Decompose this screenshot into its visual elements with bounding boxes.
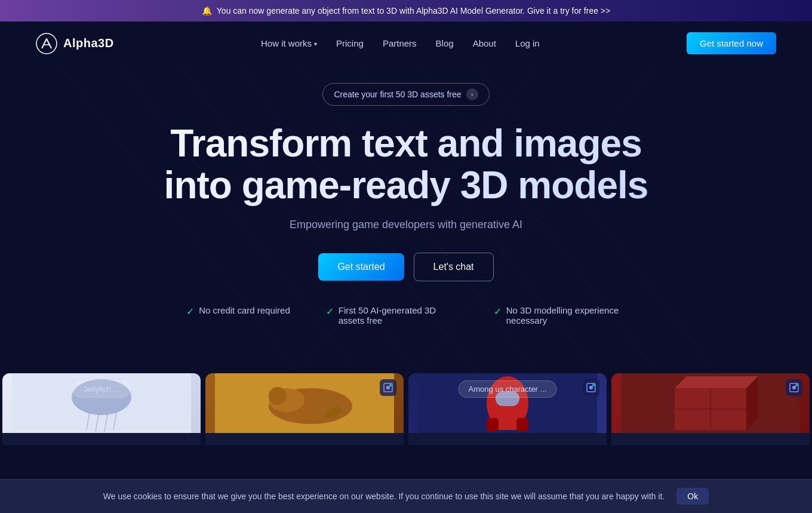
svg-point-35 (792, 386, 796, 389)
card-3 (611, 373, 810, 445)
pill-badge[interactable]: Create your first 50 3D assets free › (322, 83, 489, 106)
nav-partners[interactable]: Partners (383, 38, 417, 48)
feature-item-0: ✓ No credit card required (186, 305, 290, 317)
cookie-banner: We use cookies to ensure that we give yo… (0, 479, 812, 513)
svg-rect-33 (516, 418, 528, 431)
card-image-1 (205, 373, 404, 433)
svg-marker-39 (675, 376, 758, 388)
pill-text: Create your first 50 3D assets free (334, 90, 461, 99)
check-icon-2: ✓ (494, 306, 502, 317)
promo-banner: 🔔 You can now generate any object from t… (0, 0, 812, 21)
nav-get-started-button[interactable]: Get started now (687, 32, 776, 54)
nav-how-label: How it works (261, 38, 312, 48)
card-0: Jellyfish ... (2, 373, 201, 445)
svg-point-0 (36, 33, 57, 54)
hero-headline-line2: into game-ready 3D models (164, 164, 648, 207)
logo-icon (36, 33, 57, 54)
card-label-0: Jellyfish ... (73, 380, 130, 398)
bell-icon: 🔔 (202, 6, 212, 16)
nav-links: How it works ▾ Pricing Partners Blog Abo… (261, 38, 540, 49)
card-image-3 (611, 373, 810, 433)
svg-point-36 (795, 384, 798, 386)
hero-content: Create your first 50 3D assets free › Tr… (12, 83, 800, 325)
banner-text: You can now generate any object from tex… (217, 6, 610, 16)
check-icon-0: ✓ (186, 306, 194, 317)
hero-headline-line1: Transform text and images (170, 122, 641, 165)
chevron-down-icon: ▾ (314, 41, 317, 47)
logo-text: Alpha3D (63, 36, 114, 50)
cards-section: Jellyfish ... (0, 373, 812, 445)
feature-text-1: First 50 AI-generated 3D assets free (339, 305, 458, 325)
logo-link[interactable]: Alpha3D (36, 33, 114, 54)
lets-chat-button[interactable]: Let's chat (414, 253, 494, 281)
card-1 (205, 373, 404, 445)
cookie-text: We use cookies to ensure that we give yo… (103, 492, 665, 501)
cta-buttons: Get started Let's chat (12, 253, 800, 281)
svg-point-18 (386, 386, 390, 389)
nav-about[interactable]: About (473, 38, 496, 48)
hero-section: Create your first 50 3D assets free › Tr… (0, 65, 812, 373)
nav-blog[interactable]: Blog (436, 38, 454, 48)
card-badge-1 (380, 379, 396, 396)
svg-point-19 (389, 384, 392, 386)
svg-point-23 (269, 387, 287, 405)
check-icon-1: ✓ (326, 306, 334, 317)
card-badge-3 (786, 379, 802, 396)
hero-headline: Transform text and images into game-read… (12, 122, 800, 207)
pill-chevron-icon: › (466, 88, 478, 100)
feature-item-2: ✓ No 3D modelling experience necessary (494, 305, 626, 325)
hero-subtext: Empowering game developers with generati… (12, 219, 800, 231)
feature-item-1: ✓ First 50 AI-generated 3D assets free (326, 305, 458, 325)
svg-rect-32 (487, 418, 499, 431)
nav-pricing[interactable]: Pricing (336, 38, 364, 48)
card-2: Among us character ... (408, 373, 607, 445)
svg-point-27 (592, 384, 595, 386)
feature-text-2: No 3D modelling experience necessary (506, 305, 626, 325)
navbar: Alpha3D How it works ▾ Pricing Partners … (0, 21, 812, 65)
nav-login[interactable]: Log in (515, 38, 540, 48)
card-badge-2 (583, 379, 599, 396)
cookie-ok-button[interactable]: Ok (676, 488, 709, 505)
svg-point-26 (589, 386, 593, 389)
nav-how-it-works[interactable]: How it works ▾ (261, 38, 317, 48)
feature-text-0: No credit card required (199, 305, 290, 315)
get-started-button[interactable]: Get started (318, 253, 404, 281)
card-label-2: Among us character ... (459, 380, 557, 398)
feature-bullets: ✓ No credit card required ✓ First 50 AI-… (12, 305, 800, 325)
